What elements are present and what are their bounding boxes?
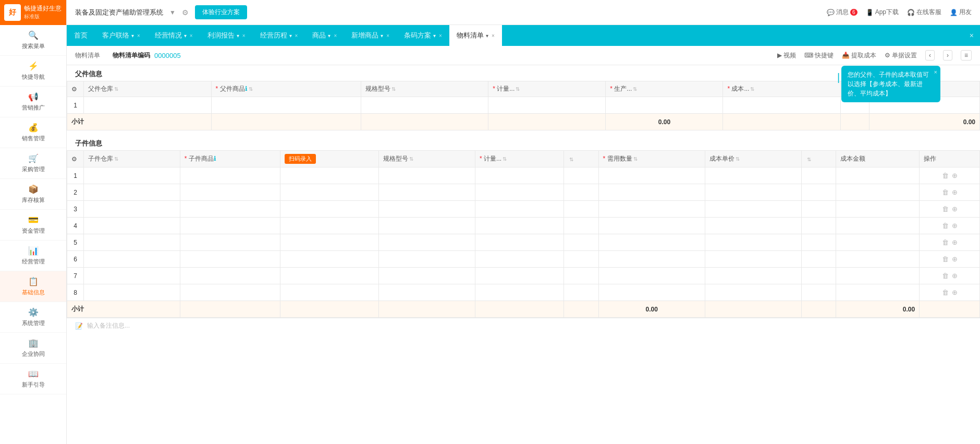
child-col-settings[interactable]: ⚙ [67, 151, 84, 167]
sidebar-item-label: 搜索菜单 [22, 42, 45, 50]
child-col-cost-amount: 成本金额 [836, 151, 920, 167]
close-all-tabs[interactable]: × [963, 31, 980, 40]
next-btn[interactable]: › [943, 50, 952, 61]
child-qty-1[interactable] [598, 167, 705, 184]
delete-icon[interactable]: 🗑 [942, 289, 949, 296]
content-area: 物料清单 物料清单编码 0000005 ▶ 视频 ⌨ 快捷键 📥 提取成 [67, 46, 980, 444]
message-btn[interactable]: 💬 消息 6 [827, 8, 858, 17]
copy-icon[interactable]: ⊕ [952, 188, 958, 196]
online-service-btn[interactable]: 🎧 在线客服 [907, 8, 941, 17]
parent-unit-cell[interactable] [488, 97, 606, 114]
copy-icon[interactable]: ⊕ [952, 272, 958, 280]
child-product-1[interactable] [180, 167, 280, 184]
scan-input-btn[interactable]: 扫码录入 [285, 154, 316, 164]
tab-close-icon[interactable]: × [492, 33, 495, 39]
view-video-btn[interactable]: ▶ 视频 [777, 51, 796, 60]
tab-operation[interactable]: 经营情况 ▾ × [148, 25, 200, 46]
tab-close-icon[interactable]: × [190, 33, 193, 39]
child-unit-1[interactable] [475, 167, 564, 184]
tab-bom[interactable]: 物料清单 ▾ × [449, 25, 502, 46]
box-icon: 📦 [28, 184, 39, 194]
parent-production-cell[interactable] [606, 97, 723, 114]
copy-icon[interactable]: ⊕ [952, 289, 958, 296]
child-spec-1[interactable] [379, 167, 475, 184]
sidebar-item-finance[interactable]: 💳 资金管理 [0, 210, 66, 241]
tab-label: 新增商品 [351, 31, 378, 40]
child-product-2[interactable] [180, 184, 280, 201]
tab-profit[interactable]: 利润报告 ▾ × [200, 25, 253, 46]
sidebar-item-basic-info[interactable]: 📋 基础信息 [0, 271, 66, 302]
single-settings-btn[interactable]: ⚙ 单据设置 [885, 51, 917, 60]
user-avatar[interactable]: 👤 用友 [950, 8, 972, 17]
list-view-btn[interactable]: ≡ [961, 50, 972, 61]
content-inner: 物料清单 物料清单编码 0000005 ▶ 视频 ⌨ 快捷键 📥 提取成 [67, 46, 980, 444]
chevron-down-icon: ▾ [289, 33, 292, 39]
child-col-product: * 子件商品ℹ [180, 151, 280, 167]
tab-barcode[interactable]: 条码方案 ▾ × [397, 25, 449, 46]
settings-icon[interactable]: ⚙ [182, 8, 189, 17]
tooltip-close-btn[interactable]: × [934, 68, 937, 77]
tab-close-icon[interactable]: × [334, 33, 337, 39]
child-unitcost-1[interactable] [705, 167, 801, 184]
copy-icon[interactable]: ⊕ [952, 238, 958, 246]
app-download-btn[interactable]: 📱 App下载 [866, 8, 899, 17]
trial-button[interactable]: 体验行业方案 [195, 5, 247, 19]
sidebar-item-purchase[interactable]: 🛒 采购管理 [0, 148, 66, 179]
extract-cost-btn[interactable]: 📥 提取成本 [842, 51, 876, 60]
sidebar-item-inventory[interactable]: 📦 库存核算 [0, 179, 66, 210]
parent-cost-cell[interactable] [723, 97, 840, 114]
tab-history[interactable]: 经营历程 ▾ × [253, 25, 305, 46]
delete-icon[interactable]: 🗑 [942, 188, 949, 196]
topbar-dropdown-arrow[interactable]: ▼ [169, 9, 176, 16]
sidebar-item-sales[interactable]: 💰 销售管理 [0, 117, 66, 148]
tab-close-icon[interactable]: × [439, 33, 442, 39]
tooltip-bubble: × 您的父件、子件的成本取值可以选择【参考成本、最新进价、平均成本】 [841, 66, 940, 102]
sidebar-item-system[interactable]: ⚙️ 系统管理 [0, 302, 66, 333]
tab-customer[interactable]: 客户联络 ▾ × [95, 25, 148, 46]
sidebar-item-search[interactable]: 🔍 搜索菜单 [0, 25, 66, 56]
copy-icon[interactable]: ⊕ [952, 172, 958, 179]
delete-icon[interactable]: 🗑 [942, 205, 949, 213]
parent-subtotal-c4 [488, 114, 606, 130]
logo-icon: 好 [4, 4, 21, 21]
tab-close-icon[interactable]: × [137, 33, 140, 39]
breadcrumb-bom-list[interactable]: 物料清单 [75, 51, 100, 60]
copy-icon[interactable]: ⊕ [952, 255, 958, 263]
delete-icon[interactable]: 🗑 [942, 172, 949, 179]
sidebar-item-operation[interactable]: 📊 经营管理 [0, 241, 66, 271]
tab-close-icon[interactable]: × [386, 33, 389, 39]
tab-home[interactable]: 首页 [67, 25, 95, 46]
tab-close-icon[interactable]: × [295, 33, 298, 39]
child-sort2-1 [801, 167, 836, 184]
sidebar-item-marketing[interactable]: 📢 营销推广 [0, 87, 66, 117]
child-col-scan[interactable]: 扫码录入 [280, 151, 379, 167]
tab-new-product[interactable]: 新增商品 ▾ × [344, 25, 397, 46]
sidebar-item-guide[interactable]: 📖 新手引导 [0, 364, 66, 394]
child-col-spec: 规格型号⇅ [379, 151, 475, 167]
parent-warehouse-cell[interactable] [84, 97, 212, 114]
lightning-icon: ⚡ [28, 61, 39, 71]
sidebar-item-quick-nav[interactable]: ⚡ 快捷导航 [0, 56, 66, 87]
shortcut-btn[interactable]: ⌨ 快捷键 [804, 51, 834, 60]
copy-icon[interactable]: ⊕ [952, 205, 958, 213]
tab-product[interactable]: 商品 ▾ × [305, 25, 344, 46]
note-placeholder[interactable]: 输入备注信息... [87, 321, 130, 330]
child-warehouse-2[interactable] [84, 184, 180, 201]
prev-btn[interactable]: ‹ [925, 50, 935, 61]
delete-icon[interactable]: 🗑 [942, 222, 949, 230]
keyboard-icon: ⌨ [804, 52, 813, 59]
sidebar-item-label: 库存核算 [22, 196, 45, 204]
tab-close-icon[interactable]: × [242, 33, 246, 39]
delete-icon[interactable]: 🗑 [942, 255, 949, 263]
copy-icon[interactable]: ⊕ [952, 222, 958, 230]
delete-icon[interactable]: 🗑 [942, 272, 949, 280]
parent-subtotal-row: 小计 0.00 0.00 [67, 114, 980, 130]
sidebar-item-enterprise[interactable]: 🏢 企业协同 [0, 333, 66, 364]
clipboard-icon: 📋 [28, 277, 39, 286]
parent-product-cell[interactable] [211, 97, 361, 114]
child-col-sort: ⇅ [564, 151, 598, 167]
delete-icon[interactable]: 🗑 [942, 238, 949, 246]
parent-spec-cell[interactable] [361, 97, 488, 114]
parent-col-settings[interactable]: ⚙ [67, 81, 84, 97]
child-warehouse-1[interactable] [84, 167, 180, 184]
